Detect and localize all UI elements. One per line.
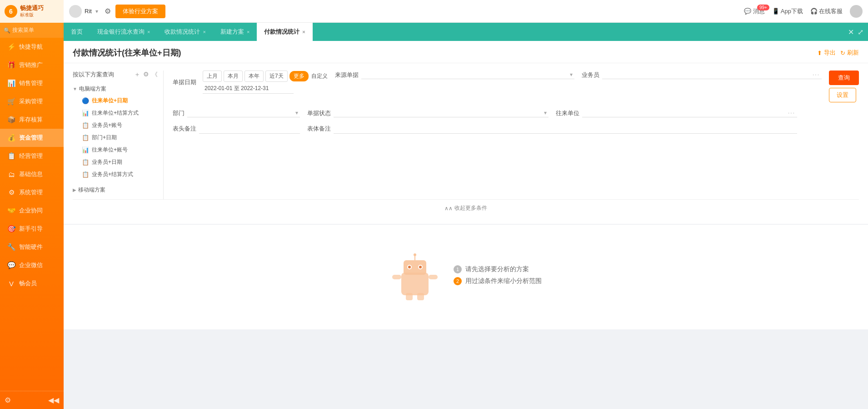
hint-num-1: 1 bbox=[454, 265, 462, 273]
filter-right: 单据日期 上月 本月 本年 近7天 更多 自定义 20 bbox=[164, 71, 859, 199]
app-download-button[interactable]: 📱 App下载 bbox=[772, 7, 803, 15]
doc-status-input[interactable]: ▾ bbox=[334, 109, 549, 117]
refresh-button[interactable]: ↻ 刷新 bbox=[840, 49, 859, 57]
tab-new-scheme-close[interactable]: × bbox=[247, 29, 249, 35]
tabs-actions: ✕ ⤢ bbox=[848, 28, 868, 36]
scheme-item-label: 业务员+账号 bbox=[92, 121, 122, 129]
logo-icon: 6 bbox=[5, 5, 17, 18]
collapse-label: 收起更多条件 bbox=[454, 204, 487, 212]
tab-payable-close[interactable]: × bbox=[302, 29, 305, 35]
body-note-input[interactable] bbox=[334, 124, 797, 134]
online-service-button[interactable]: 🎧 在线客服 bbox=[810, 7, 843, 15]
purchase-icon: 🛒 bbox=[7, 97, 15, 106]
settings-footer-icon[interactable]: ⚙ bbox=[5, 396, 11, 404]
sidebar-item-weixin[interactable]: 💬 企业微信 bbox=[0, 256, 64, 274]
topbar-profile[interactable]: Rit ▾ bbox=[69, 5, 98, 18]
scheme-item-partner-account[interactable]: 📊 往来单位+账号 bbox=[73, 144, 158, 156]
message-button[interactable]: 💬 消息 99+ bbox=[744, 7, 765, 15]
date-btn-more[interactable]: 更多 bbox=[289, 71, 309, 81]
member-icon: V bbox=[7, 279, 15, 288]
partner-input[interactable]: ··· bbox=[582, 109, 797, 117]
scheme-header-actions: ＋ ⚙ 《 bbox=[134, 71, 158, 79]
source-input[interactable]: ▾ bbox=[361, 71, 575, 79]
trial-button[interactable]: 体验行业方案 bbox=[115, 5, 165, 18]
sidebar-item-marketing[interactable]: 🎁 营销推广 bbox=[0, 56, 64, 74]
fullscreen-icon[interactable]: ⤢ bbox=[858, 28, 863, 36]
collapse-up-icon: ∧∧ bbox=[444, 205, 453, 212]
sidebar-item-quick-nav[interactable]: ⚡ 快捷导航 bbox=[0, 38, 64, 56]
sidebar-item-label: 经营管理 bbox=[19, 152, 43, 160]
salesperson-input[interactable]: ··· bbox=[602, 71, 822, 79]
body-note-label: 表体备注 bbox=[307, 125, 331, 133]
weixin-icon: 💬 bbox=[7, 261, 15, 269]
profile-dropdown-icon[interactable]: ▾ bbox=[95, 8, 98, 15]
scheme-item-icon-partner-date: 🔵 bbox=[82, 97, 89, 104]
pc-group-title[interactable]: ▼ 电脑端方案 bbox=[73, 83, 158, 95]
date-btn-last-month[interactable]: 上月 bbox=[203, 71, 222, 82]
svg-point-4 bbox=[408, 266, 411, 268]
tab-payable[interactable]: 付款情况统计 × bbox=[257, 23, 312, 41]
close-all-tabs-icon[interactable]: ✕ bbox=[848, 28, 854, 36]
user-avatar[interactable] bbox=[850, 5, 863, 18]
logo-sub: 标准版 bbox=[20, 12, 44, 18]
gear-scheme-icon[interactable]: ⚙ bbox=[143, 71, 149, 79]
sidebar-item-inventory[interactable]: 📦 库存核算 bbox=[0, 111, 64, 129]
scheme-item-salesperson-date[interactable]: 📋 业务员+日期 bbox=[73, 156, 158, 168]
topbar-gear-icon[interactable]: ⚙ bbox=[105, 7, 111, 15]
date-btn-this-month[interactable]: 本月 bbox=[224, 71, 243, 82]
scheme-item-icon-salesperson-settle: 📋 bbox=[82, 171, 89, 178]
sidebar-item-hardware[interactable]: 🔧 智能硬件 bbox=[0, 238, 64, 256]
sidebar-item-system[interactable]: ⚙ 系统管理 bbox=[0, 183, 64, 202]
tab-new-scheme[interactable]: 新建方案 × bbox=[213, 23, 257, 41]
mobile-group-title[interactable]: ▶ 移动端方案 bbox=[73, 184, 158, 196]
page-title: 付款情况统计(往来单位+日期) bbox=[73, 47, 181, 58]
date-btn-this-year[interactable]: 本年 bbox=[244, 71, 264, 82]
header-note-input[interactable] bbox=[199, 124, 300, 134]
dept-dropdown-icon: ▾ bbox=[295, 110, 298, 116]
partner-dots: ··· bbox=[788, 110, 795, 116]
query-button[interactable]: 查询 bbox=[829, 71, 859, 85]
search-label: 搜索菜单 bbox=[12, 26, 34, 34]
sidebar-item-sales[interactable]: 📊 销售管理 bbox=[0, 74, 64, 92]
date-btn-7days[interactable]: 近7天 bbox=[265, 71, 288, 82]
settings-button[interactable]: 设置 bbox=[829, 88, 856, 102]
sidebar-item-purchase[interactable]: 🛒 采购管理 bbox=[0, 92, 64, 111]
tab-bank-flow[interactable]: 现金银行流水查询 × bbox=[90, 23, 157, 41]
scheme-item-dept-date[interactable]: 📋 部门+日期 bbox=[73, 131, 158, 144]
scheme-header-label: 按以下方案查询 bbox=[73, 71, 114, 79]
add-scheme-icon[interactable]: ＋ bbox=[134, 71, 140, 79]
tab-home[interactable]: 首页 bbox=[64, 23, 90, 41]
tab-receivable-close[interactable]: × bbox=[203, 29, 205, 35]
pc-group-arrow: ▼ bbox=[73, 86, 77, 91]
sidebar-item-label: 系统管理 bbox=[19, 188, 43, 197]
refresh-label: 刷新 bbox=[847, 49, 859, 57]
filter-actions: 查询 设置 bbox=[829, 71, 859, 102]
scheme-item-salesperson-settle[interactable]: 📋 业务员+结算方式 bbox=[73, 168, 158, 181]
header-note-label: 表头备注 bbox=[173, 125, 196, 133]
scheme-item-label: 业务员+结算方式 bbox=[92, 171, 133, 178]
tab-receivable[interactable]: 收款情况统计 × bbox=[157, 23, 213, 41]
scheme-item-partner-settle[interactable]: 📊 往来单位+结算方式 bbox=[73, 107, 158, 119]
sidebar-item-enterprise[interactable]: 🤝 企业协同 bbox=[0, 202, 64, 220]
tab-bank-flow-close[interactable]: × bbox=[147, 29, 150, 35]
sidebar-item-member[interactable]: V 畅会员 bbox=[0, 274, 64, 293]
sidebar-item-operations[interactable]: 📋 经营管理 bbox=[0, 147, 64, 165]
sidebar-item-label: 智能硬件 bbox=[19, 243, 43, 251]
sidebar-item-guide[interactable]: 🎯 新手引导 bbox=[0, 220, 64, 238]
hardware-icon: 🔧 bbox=[7, 243, 15, 251]
collapse-sidebar-icon[interactable]: ◀◀ bbox=[48, 396, 59, 404]
export-button[interactable]: ⬆ 导出 bbox=[817, 49, 836, 57]
sidebar-item-basic[interactable]: 🗂 基础信息 bbox=[0, 165, 64, 183]
dept-input[interactable]: ▾ bbox=[187, 109, 300, 117]
scheme-item-salesperson-account[interactable]: 📋 业务员+账号 bbox=[73, 119, 158, 131]
collapse-scheme-icon[interactable]: 《 bbox=[152, 71, 158, 79]
date-custom-label: 自定义 bbox=[311, 72, 328, 80]
message-icon: 💬 bbox=[744, 8, 751, 15]
topbar: Rit ▾ ⚙ 体验行业方案 💬 消息 99+ 📱 App下载 🎧 在线客服 bbox=[64, 0, 868, 23]
sidebar-item-capital[interactable]: 💰 资金管理 bbox=[0, 129, 64, 147]
scheme-item-partner-date[interactable]: 🔵 往来单位+日期 bbox=[73, 95, 158, 107]
collapse-bar[interactable]: ∧∧ 收起更多条件 bbox=[73, 199, 859, 217]
page-content: 付款情况统计(往来单位+日期) ⬆ 导出 ↻ 刷新 按以下方案查询 bbox=[64, 41, 868, 409]
sidebar-search[interactable]: 🔍 搜索菜单 bbox=[0, 23, 64, 38]
date-range-display[interactable]: 2022-01-01 至 2022-12-31 bbox=[203, 84, 294, 94]
